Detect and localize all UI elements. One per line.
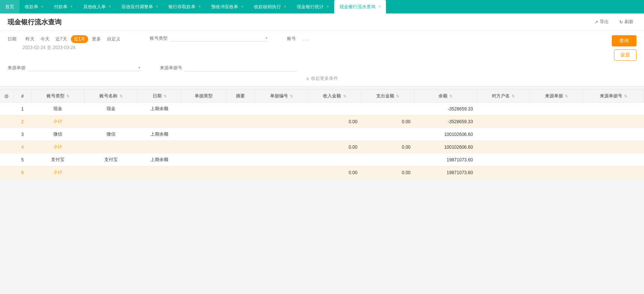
date-btn-today[interactable]: 今天 — [38, 35, 52, 43]
nav-label-payment: 付款单 — [54, 0, 68, 13]
cell-counterparty — [477, 154, 530, 166]
cell-source_doc — [530, 166, 583, 179]
cell-balance: 100102606.60 — [414, 141, 477, 154]
th-income[interactable]: 收入金额 ⇅ — [308, 90, 361, 103]
nav-item-receipt[interactable]: 收款单 × — [20, 0, 49, 13]
date-shortcuts: 昨天 今天 近7天 近1月 更多 自定义 — [23, 35, 123, 43]
cell-index: 4 — [14, 141, 32, 154]
collapse-label: 收起更多条件 — [311, 75, 338, 82]
close-icon-other-income[interactable]: × — [109, 0, 111, 13]
close-icon-payment[interactable]: × — [71, 0, 73, 13]
cell-expense: 0.00 — [361, 115, 414, 128]
th-doc-no[interactable]: 单据编号 ⇅ — [255, 90, 308, 103]
close-icon-cash-flow[interactable]: × — [378, 0, 381, 13]
th-date[interactable]: 日期 ⇅ — [138, 90, 182, 103]
close-icon-bank-deposit[interactable]: × — [198, 0, 201, 13]
cell-counterparty — [477, 103, 530, 115]
cell-doc_type — [182, 166, 226, 179]
close-icon-cash-stats[interactable]: × — [327, 0, 329, 13]
account-type-input[interactable] — [170, 35, 264, 40]
nav-item-verify[interactable]: 收款核销执行 × — [249, 0, 291, 13]
close-icon-verify[interactable]: × — [284, 0, 286, 13]
nav-item-payment[interactable]: 付款单 × — [49, 0, 78, 13]
refresh-icon: ↻ — [619, 19, 623, 25]
cell-doc_no — [255, 141, 308, 154]
export-label: 导出 — [600, 19, 609, 25]
th-expense[interactable]: 支出金额 ⇅ — [361, 90, 414, 103]
th-source-doc-no[interactable]: 来源单据号 ⇅ — [583, 90, 644, 103]
table-row: 5支付宝支付宝上期余额19871073.60 — [0, 154, 644, 166]
nav-label-adjustment: 应收应付调整单 — [122, 0, 153, 13]
cell-index: 1 — [14, 103, 32, 115]
query-button[interactable]: 查询 — [612, 35, 636, 46]
th-counterparty[interactable]: 对方户名 ⇅ — [477, 90, 530, 103]
cell-counterparty — [477, 166, 530, 179]
ellipsis-button[interactable]: ... — [303, 35, 310, 42]
account-type-select[interactable]: ▾ — [170, 35, 267, 42]
cell-account_name: 现金 — [84, 103, 138, 115]
cell-doc_type — [182, 128, 226, 141]
nav-item-cash-flow[interactable]: 现金银行流水查询 × — [334, 0, 386, 13]
nav-item-other-income[interactable]: 其他收入单 × — [78, 0, 116, 13]
refresh-label: 刷新 — [624, 19, 633, 25]
nav-item-prepay[interactable]: 预收冲应收单 × — [206, 0, 249, 13]
date-btn-1month[interactable]: 近1月 — [71, 35, 89, 43]
close-icon-receipt[interactable]: × — [41, 0, 44, 13]
cell-counterparty — [477, 115, 530, 128]
cell-summary — [226, 141, 255, 154]
source-doc-select[interactable]: ▾ — [28, 65, 140, 71]
date-btn-more[interactable]: 更多 — [90, 35, 103, 43]
cell-doc_type — [182, 141, 226, 154]
collapse-bar[interactable]: ∧ 收起更多条件 — [8, 74, 636, 83]
nav-item-home[interactable]: 首页 — [0, 0, 20, 13]
nav-item-adjustment[interactable]: 应收应付调整单 × — [116, 0, 164, 13]
date-btn-custom[interactable]: 自定义 — [105, 35, 123, 43]
date-btn-yesterday[interactable]: 昨天 — [23, 35, 37, 43]
cell-account_type: 小计 — [32, 141, 85, 154]
th-balance[interactable]: 余额 ⇅ — [414, 90, 477, 103]
cell-source_doc_no — [583, 103, 644, 115]
nav-item-bank-deposit[interactable]: 银行存取款单 × — [163, 0, 206, 13]
cell-date — [138, 166, 182, 179]
cell-balance: -3528659.33 — [414, 115, 477, 128]
cell-source_doc — [530, 128, 583, 141]
date-btn-7days[interactable]: 近7天 — [53, 35, 69, 43]
source-doc-input[interactable] — [28, 65, 137, 70]
cell-source_doc — [530, 154, 583, 166]
cell-index: 6 — [14, 166, 32, 179]
cell-expense: 0.00 — [361, 141, 414, 154]
close-icon-prepay[interactable]: × — [241, 0, 243, 13]
th-index: # — [14, 90, 32, 103]
source-doc-label: 来源单据 — [8, 65, 26, 71]
th-source-doc[interactable]: 来源单据 ⇅ — [530, 90, 583, 103]
page-title: 现金银行流水查询 — [8, 18, 62, 27]
export-button[interactable]: ↗ 导出 — [591, 17, 612, 27]
th-account-type[interactable]: 账号类型 ⇅ — [32, 90, 85, 103]
cell-balance: 19871073.60 — [414, 154, 477, 166]
cell-counterparty — [477, 128, 530, 141]
th-settings[interactable]: ⚙ — [0, 90, 14, 103]
nav-item-cash-stats[interactable]: 现金银行统计 × — [291, 0, 334, 13]
close-icon-adjustment[interactable]: × — [156, 0, 158, 13]
cell-source_doc_no — [583, 154, 644, 166]
cell-income — [308, 154, 361, 166]
th-account-name[interactable]: 账号名称 ⇅ — [84, 90, 138, 103]
cell-checkbox — [0, 115, 14, 128]
cell-source_doc — [530, 115, 583, 128]
cell-checkbox — [0, 141, 14, 154]
cell-balance: 19871073.60 — [414, 166, 477, 179]
account-type-label: 账号类型 — [150, 35, 168, 42]
settings-button[interactable]: 设置 — [614, 49, 636, 61]
cell-doc_no — [255, 115, 308, 128]
source-doc-no-input[interactable] — [185, 64, 297, 72]
cell-date: 上期余额 — [138, 103, 182, 115]
gear-icon[interactable]: ⚙ — [4, 93, 9, 99]
refresh-button[interactable]: ↻ 刷新 — [616, 17, 636, 27]
cell-account_name — [84, 115, 138, 128]
nav-label-verify: 收款核销执行 — [254, 0, 281, 13]
cell-expense: 0.00 — [361, 166, 414, 179]
chevron-down-icon-account-type: ▾ — [266, 36, 267, 40]
cell-doc_no — [255, 166, 308, 179]
cell-doc_no — [255, 154, 308, 166]
filter-area: 日期 昨天 今天 近7天 近1月 更多 自定义 2023-02-24 至 202… — [0, 31, 644, 87]
